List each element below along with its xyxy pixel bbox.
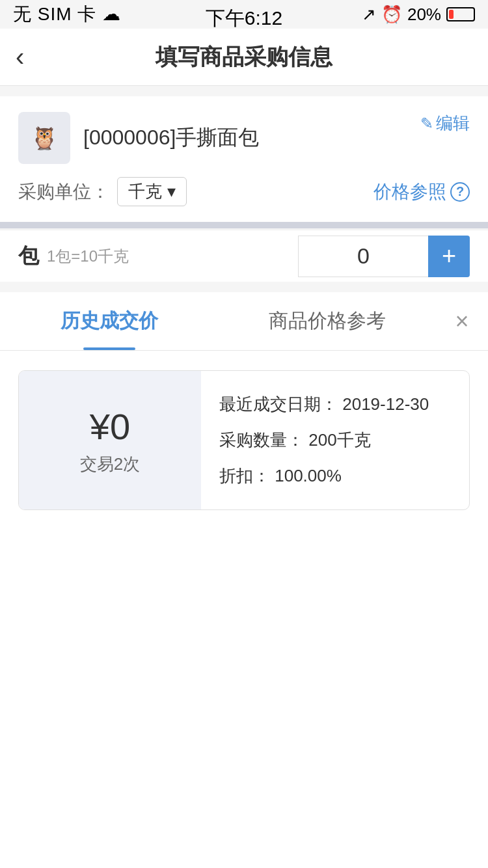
status-bar: 无 SIM 卡 ☁ 下午6:12 ↗ ⏰ 20% bbox=[0, 0, 488, 29]
product-header: 🦉 [0000006]手撕面包 ✎ 编辑 bbox=[18, 112, 470, 164]
tab-active-indicator bbox=[83, 347, 135, 350]
tab-section: 历史成交价 商品价格参考 × ¥0 交易2次 最近成交日期： 2019-12-3… bbox=[0, 292, 488, 530]
tab-price-reference[interactable]: 商品价格参考 bbox=[218, 292, 436, 350]
tab-bar: 历史成交价 商品价格参考 × bbox=[0, 292, 488, 351]
price-amount: ¥0 bbox=[90, 405, 130, 448]
edit-label: 编辑 bbox=[436, 112, 470, 135]
recent-date-value: 2019-12-30 bbox=[342, 394, 429, 414]
close-icon: × bbox=[455, 308, 468, 335]
product-name: [0000006]手撕面包 bbox=[83, 124, 259, 152]
current-time: 下午6:12 bbox=[206, 5, 282, 32]
product-footer: 采购单位： 千克 ▾ 价格参照 ? bbox=[18, 177, 470, 206]
back-button[interactable]: ‹ bbox=[16, 42, 24, 72]
unit-dropdown[interactable]: 千克 ▾ bbox=[117, 177, 187, 206]
price-card: ¥0 交易2次 最近成交日期： 2019-12-30 采购数量： 200千克 折… bbox=[18, 370, 470, 510]
status-right-icons: ↗ ⏰ 20% bbox=[362, 5, 475, 25]
tab-close-button[interactable]: × bbox=[436, 292, 488, 350]
tab-price-ref-label: 商品价格参考 bbox=[269, 308, 386, 334]
recent-date-label: 最近成交日期： bbox=[219, 394, 338, 414]
nav-bar: ‹ 填写商品采购信息 bbox=[0, 29, 488, 86]
quantity-label-text: 采购数量： bbox=[219, 430, 304, 450]
discount-row: 折扣： 100.00% bbox=[219, 463, 451, 489]
quantity-input[interactable]: 0 bbox=[298, 236, 428, 277]
alarm-icon: ⏰ bbox=[381, 5, 402, 25]
price-reference-button[interactable]: 价格参照 ? bbox=[373, 180, 470, 204]
edit-icon: ✎ bbox=[420, 115, 433, 133]
quantity-section: 包 1包=10千克 0 + bbox=[0, 230, 488, 282]
product-thumbnail: 🦉 bbox=[18, 112, 70, 164]
edit-button[interactable]: ✎ 编辑 bbox=[420, 112, 470, 135]
tab-history-label: 历史成交价 bbox=[61, 308, 158, 334]
quantity-value: 200千克 bbox=[308, 430, 370, 450]
price-ref-label: 价格参照 bbox=[373, 180, 446, 204]
unit-row: 采购单位： 千克 ▾ bbox=[18, 177, 187, 206]
battery-icon bbox=[446, 7, 475, 21]
tab-history-price[interactable]: 历史成交价 bbox=[0, 292, 218, 350]
quantity-input-group: 0 + bbox=[298, 236, 470, 277]
recent-date-row: 最近成交日期： 2019-12-30 bbox=[219, 392, 451, 417]
product-logo-icon: 🦉 bbox=[31, 125, 58, 151]
price-card-right: 最近成交日期： 2019-12-30 采购数量： 200千克 折扣： 100.0… bbox=[201, 371, 469, 509]
help-icon: ? bbox=[450, 182, 470, 202]
product-card: 🦉 [0000006]手撕面包 ✎ 编辑 采购单位： 千克 ▾ 价格参照 ? bbox=[0, 96, 488, 222]
page-title: 填写商品采购信息 bbox=[156, 42, 332, 72]
currency-symbol: ¥ bbox=[90, 406, 110, 447]
bao-label: 包 bbox=[18, 242, 39, 271]
unit-prefix-label: 采购单位： bbox=[18, 180, 109, 204]
plus-icon: + bbox=[442, 242, 456, 270]
history-price-content: ¥0 交易2次 最近成交日期： 2019-12-30 采购数量： 200千克 折… bbox=[0, 351, 488, 530]
unit-equation: 1包=10千克 bbox=[47, 246, 129, 267]
dropdown-arrow-icon: ▾ bbox=[167, 182, 176, 202]
purchase-quantity-row: 采购数量： 200千克 bbox=[219, 427, 451, 453]
discount-value: 100.00% bbox=[275, 466, 342, 485]
price-value: 0 bbox=[110, 406, 130, 447]
product-left: 🦉 [0000006]手撕面包 bbox=[18, 112, 259, 164]
quantity-label: 包 1包=10千克 bbox=[18, 242, 129, 271]
unit-value: 千克 bbox=[128, 180, 162, 203]
discount-label: 折扣： bbox=[219, 466, 270, 485]
location-icon: ↗ bbox=[362, 5, 376, 25]
battery-percent: 20% bbox=[407, 5, 441, 25]
page-rest bbox=[0, 530, 488, 868]
section-divider bbox=[0, 222, 488, 228]
transaction-count: 交易2次 bbox=[80, 453, 140, 476]
quantity-plus-button[interactable]: + bbox=[428, 236, 470, 277]
carrier-signal: 无 SIM 卡 ☁ bbox=[13, 2, 121, 27]
price-card-left: ¥0 交易2次 bbox=[19, 371, 201, 509]
